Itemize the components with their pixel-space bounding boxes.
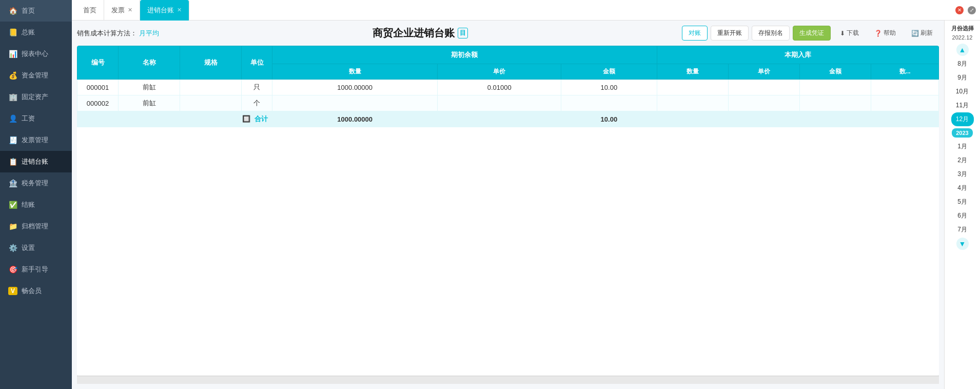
generate-voucher-button[interactable]: 生成凭证 (793, 26, 831, 41)
sidebar-item-label: 结账 (22, 200, 35, 209)
month-item-8[interactable]: 8月 (945, 57, 980, 71)
col-ben-qty: 数量 (657, 64, 728, 80)
sidebar-item-tax[interactable]: 🏦 税务管理 (0, 172, 72, 194)
header-row: 销售成本计算方法： 月平均 商贸企业进销台账 目 对账 重新开账 存报别名 生成… (77, 26, 939, 41)
reopen-button[interactable]: 重新开账 (711, 26, 749, 41)
col-unit: 单位 (242, 46, 272, 80)
sidebar-item-report-center[interactable]: 📊 报表中心 (0, 43, 72, 65)
col-ben-amount: 金额 (800, 64, 871, 80)
col-qi-amount: 金额 (561, 64, 657, 80)
sidebar-item-label: 首页 (22, 6, 35, 15)
cell-ben-qty (657, 95, 728, 111)
cell-ben-qty (657, 80, 728, 95)
cell-ben-price (728, 95, 799, 111)
cell-code: 000001 (77, 80, 119, 95)
total-ben-price (728, 111, 799, 127)
table-container: 编号 名称 规格 单位 期初余额 本期入库 数量 单价 金额 数量 (77, 46, 939, 376)
table-row: 000002 前缸 个 (77, 95, 939, 111)
month-item-2023-3[interactable]: 3月 (945, 167, 980, 181)
month-item-2023-4[interactable]: 4月 (945, 181, 980, 195)
home-icon: 🏠 (8, 7, 17, 15)
report-icon: 📊 (8, 50, 17, 58)
month-panel: 月份选择 2022.12 ▲ 8月 9月 10月 11月 12月 2023 1月… (944, 21, 980, 389)
page-title: 商贸企业进销台账 目 (159, 26, 682, 40)
col-ben-price: 单价 (728, 64, 799, 80)
refresh-button[interactable]: 🔄 刷新 (905, 26, 939, 40)
table-row: 000001 前缸 只 1000.00000 0.01000 10.00 (77, 80, 939, 95)
month-item-2023-5[interactable]: 5月 (945, 195, 980, 209)
download-button[interactable]: ⬇ 下载 (834, 26, 865, 40)
window-close-button[interactable]: ✕ (955, 6, 964, 14)
month-scroll-down-button[interactable]: ▼ (956, 238, 969, 250)
col-spec: 规格 (180, 46, 242, 80)
month-item-2023-7[interactable]: 7月 (945, 223, 980, 237)
archive-icon: 📁 (8, 222, 17, 230)
purchase-icon: 📋 (8, 158, 17, 166)
member-icon: V (8, 287, 17, 295)
cell-spec (180, 80, 242, 95)
sidebar-item-fund-management[interactable]: 💰 资金管理 (0, 65, 72, 86)
tab-purchase-close[interactable]: ✕ (177, 7, 182, 13)
cell-unit: 只 (242, 80, 272, 95)
reconcile-button[interactable]: 对账 (682, 26, 708, 41)
tab-bar: 首页 发票 ✕ 进销台账 ✕ ✕ ⤢ (72, 0, 980, 21)
ledger-icon: 📒 (8, 28, 17, 36)
cell-unit: 个 (242, 95, 272, 111)
tab-home[interactable]: 首页 (76, 0, 104, 21)
month-item-2023-1[interactable]: 1月 (945, 140, 980, 153)
sidebar-item-archive[interactable]: 📁 归档管理 (0, 216, 72, 237)
close-icon: ✕ (957, 7, 962, 13)
toolbar-buttons: 对账 重新开账 存报别名 生成凭证 ⬇ 下载 ❓ 帮助 🔄 刷新 (682, 26, 939, 41)
sidebar-item-invoice[interactable]: 🧾 发票管理 (0, 129, 72, 151)
month-item-12[interactable]: 12月 (951, 112, 974, 126)
invoice-icon: 🧾 (8, 136, 17, 144)
sidebar-item-settlement[interactable]: ✅ 结账 (0, 194, 72, 216)
cell-trailing (871, 95, 939, 111)
sidebar-item-settings[interactable]: ⚙️ 设置 (0, 237, 72, 259)
help-icon: ❓ (874, 30, 882, 37)
sidebar-item-fixed-assets[interactable]: 🏢 固定资产 (0, 86, 72, 108)
sidebar-item-label: 进销台账 (22, 157, 48, 166)
save-alias-button[interactable]: 存报别名 (752, 26, 790, 41)
sidebar-item-label: 资金管理 (22, 71, 48, 80)
cell-qi-price (438, 95, 561, 111)
cell-ben-price (728, 80, 799, 95)
total-trailing (871, 111, 939, 127)
max-icon: ⤢ (970, 7, 974, 13)
cell-trailing (871, 80, 939, 95)
window-max-button[interactable]: ⤢ (968, 6, 976, 14)
settings-icon: ⚙️ (8, 244, 17, 252)
download-icon: ⬇ (840, 30, 845, 37)
month-item-10[interactable]: 10月 (945, 85, 980, 99)
month-year-2022: 2022.12 (952, 34, 973, 41)
assets-icon: 🏢 (8, 93, 17, 101)
horizontal-scrollbar[interactable] (77, 376, 939, 384)
sidebar-item-home[interactable]: 🏠 首页 (0, 0, 72, 22)
page-title-icon[interactable]: 目 (458, 28, 468, 38)
sidebar-item-member[interactable]: V 畅会员 (0, 280, 72, 302)
total-label: 合计 (254, 115, 268, 123)
window-controls: ✕ ⤢ (955, 6, 976, 14)
month-item-11[interactable]: 11月 (945, 99, 980, 112)
sidebar-item-guide[interactable]: 🎯 新手引导 (0, 259, 72, 280)
col-name: 名称 (119, 46, 180, 80)
help-button[interactable]: ❓ 帮助 (868, 26, 902, 40)
cell-qi-price: 0.01000 (438, 80, 561, 95)
col-qi-price: 单价 (438, 64, 561, 80)
tab-purchase[interactable]: 进销台账 ✕ (140, 0, 189, 21)
cost-method-value: 月平均 (139, 29, 159, 37)
sidebar-item-general-ledger[interactable]: 📒 总账 (0, 22, 72, 43)
sidebar-item-label: 税务管理 (22, 179, 48, 188)
tab-invoice-close[interactable]: ✕ (128, 7, 132, 13)
sidebar-item-payroll[interactable]: 👤 工资 (0, 108, 72, 129)
sidebar-item-label: 设置 (22, 243, 35, 252)
month-item-2023-2[interactable]: 2月 (945, 153, 980, 167)
month-item-2023-6[interactable]: 6月 (945, 209, 980, 223)
tab-invoice[interactable]: 发票 ✕ (104, 0, 140, 21)
month-item-9[interactable]: 9月 (945, 71, 980, 85)
sidebar-item-purchase-sales[interactable]: 📋 进销台账 (0, 151, 72, 172)
month-scroll-up-button[interactable]: ▲ (956, 44, 969, 56)
tab-home-label: 首页 (83, 6, 96, 15)
cell-qi-qty: 1000.00000 (272, 80, 438, 95)
tab-purchase-label: 进销台账 (147, 6, 174, 15)
